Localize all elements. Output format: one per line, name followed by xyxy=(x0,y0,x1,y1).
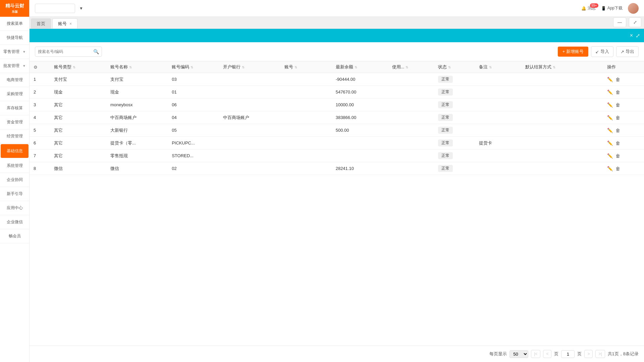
sidebar-item-retail[interactable]: 零售管理 ▼ xyxy=(0,45,29,59)
cell-note xyxy=(475,162,521,175)
cell-type: 微信 xyxy=(50,162,106,175)
th-name[interactable]: 账号名称 ⇅ xyxy=(106,61,168,73)
th-usage[interactable]: 使用... ⇅ xyxy=(388,61,434,73)
import-button[interactable]: ↙ 导入 xyxy=(591,46,613,57)
cell-status: 正常 xyxy=(434,124,475,137)
cell-code: PICKUPC... xyxy=(168,137,219,149)
cell-settlement xyxy=(521,162,603,175)
tab-home[interactable]: 首页 xyxy=(31,18,51,28)
cell-account xyxy=(280,86,332,99)
pagination-first-button[interactable]: |< xyxy=(531,350,540,358)
cell-settlement xyxy=(521,149,603,162)
sidebar-item-quicknav[interactable]: 快捷导航 xyxy=(0,31,29,45)
cell-num: 6 xyxy=(30,137,50,149)
edit-button[interactable]: ✏️ xyxy=(607,115,613,120)
edit-button[interactable]: ✏️ xyxy=(607,166,613,171)
delete-button[interactable]: 🗑 xyxy=(615,153,620,159)
content-area: × ⤢ 🔍 + 新增账号 ↙ 导入 xyxy=(30,29,644,362)
cell-balance xyxy=(332,149,388,162)
minimize-icon: — xyxy=(618,20,622,25)
sort-icon: ⇅ xyxy=(73,65,75,69)
sidebar-item-member[interactable]: 畅会员 xyxy=(0,229,29,243)
edit-button[interactable]: ✏️ xyxy=(607,89,613,95)
cell-name: 现金 xyxy=(106,86,168,99)
th-bank[interactable]: 开户银行 ⇅ xyxy=(219,61,280,73)
bell-icon: 🔔 xyxy=(581,6,586,11)
cell-num: 4 xyxy=(30,111,50,124)
gear-icon[interactable]: ⚙ xyxy=(34,65,38,70)
th-settings[interactable]: ⚙ xyxy=(30,61,50,73)
table-row: 5 其它 大新银行 05 500.00 正常 ✏️ 🗑 xyxy=(30,124,644,137)
pagination-prev-button[interactable]: < xyxy=(543,350,551,358)
minimize-page-button[interactable]: — xyxy=(613,17,626,27)
delete-button[interactable]: 🗑 xyxy=(615,89,620,95)
edit-button[interactable]: ✏️ xyxy=(607,140,613,146)
pagination-next-button[interactable]: > xyxy=(584,350,593,358)
sidebar-item-purchase[interactable]: 采购管理 xyxy=(0,87,29,101)
add-account-button[interactable]: + 新增账号 xyxy=(558,47,588,57)
sidebar-item-basic-info[interactable]: 基础信息 xyxy=(1,144,29,158)
page-label: 页 xyxy=(554,351,558,357)
edit-button[interactable]: ✏️ xyxy=(607,153,613,159)
edit-button[interactable]: ✏️ xyxy=(607,77,613,82)
toolbar: 🔍 + 新增账号 ↙ 导入 ↗ 导出 xyxy=(30,42,644,61)
tab-account[interactable]: 账号 × xyxy=(52,18,77,28)
page-input[interactable] xyxy=(561,350,575,358)
cell-usage xyxy=(388,162,434,175)
cell-account xyxy=(280,162,332,175)
sidebar-item-enterprise[interactable]: 企业协同 xyxy=(0,173,29,187)
cell-note xyxy=(475,149,521,162)
accounts-table: ⚙ 账号类型 ⇅ 账号名称 ⇅ xyxy=(30,61,644,175)
edit-button[interactable]: ✏️ xyxy=(607,102,613,108)
cell-action: ✏️ 🗑 xyxy=(603,111,644,124)
sidebar-item-ecommerce[interactable]: 电商管理 xyxy=(0,73,29,87)
search-box[interactable]: 🔍 xyxy=(35,47,102,57)
delete-button[interactable]: 🗑 xyxy=(615,166,620,171)
th-status[interactable]: 状态 ⇅ xyxy=(434,61,475,73)
delete-button[interactable]: 🗑 xyxy=(615,77,620,82)
th-note[interactable]: 备注 ⇅ xyxy=(475,61,521,73)
sort-icon: ⇅ xyxy=(242,65,245,69)
import-icon: ↙ xyxy=(595,49,599,54)
th-type[interactable]: 账号类型 ⇅ xyxy=(50,61,106,73)
sidebar-item-operations[interactable]: 经营管理 xyxy=(0,129,29,143)
cell-num: 8 xyxy=(30,162,50,175)
close-page-button[interactable]: × xyxy=(630,33,633,39)
delete-button[interactable]: 🗑 xyxy=(615,140,620,146)
expand-page-button[interactable]: ⤢ xyxy=(629,17,641,27)
sidebar-item-wholesale[interactable]: 批发管理 ▼ xyxy=(0,59,29,73)
sidebar-item-appcenter[interactable]: 应用中心 xyxy=(0,201,29,215)
cell-usage xyxy=(388,86,434,99)
cell-balance: 28241.10 xyxy=(332,162,388,175)
tab-close-icon[interactable]: × xyxy=(69,21,72,26)
app-download-button[interactable]: 📱 App下载 xyxy=(601,5,623,11)
sidebar-item-system[interactable]: 系统管理 xyxy=(0,159,29,173)
edit-button[interactable]: ✏️ xyxy=(607,128,613,133)
per-page-select[interactable]: 50 20 100 xyxy=(509,350,528,358)
avatar[interactable] xyxy=(628,3,639,14)
sidebar-item-inventory[interactable]: 库存核算 xyxy=(0,101,29,115)
delete-button[interactable]: 🗑 xyxy=(615,115,620,120)
cell-code: STORED... xyxy=(168,149,219,162)
search-input[interactable] xyxy=(38,49,93,54)
search-icon[interactable]: 🔍 xyxy=(93,49,99,54)
sidebar-item-search[interactable]: 搜索菜单 xyxy=(0,17,29,31)
th-code[interactable]: 账号编码 ⇅ xyxy=(168,61,219,73)
page-header: × ⤢ xyxy=(30,29,644,42)
sidebar-item-wechat-work[interactable]: 企业微信 xyxy=(0,215,29,229)
th-account[interactable]: 账号 ⇅ xyxy=(280,61,332,73)
fullscreen-page-button[interactable]: ⤢ xyxy=(636,33,640,39)
pagination-last-button[interactable]: >| xyxy=(595,350,605,358)
header-search-input[interactable] xyxy=(35,4,75,13)
delete-button[interactable]: 🗑 xyxy=(615,128,620,133)
cell-bank xyxy=(219,73,280,86)
th-balance[interactable]: 最新余额 ⇅ xyxy=(332,61,388,73)
table-area: 🔍 + 新增账号 ↙ 导入 ↗ 导出 xyxy=(30,42,644,362)
export-button[interactable]: ↗ 导出 xyxy=(616,46,639,57)
sidebar-item-finance[interactable]: 资金管理 xyxy=(0,115,29,129)
header-dropdown[interactable]: ▼ xyxy=(79,6,83,11)
th-settlement[interactable]: 默认结算方式 ⇅ xyxy=(521,61,603,73)
message-button[interactable]: 🔔 消息 99+ xyxy=(581,5,596,11)
sidebar-item-newguide[interactable]: 新手引导 xyxy=(0,187,29,201)
delete-button[interactable]: 🗑 xyxy=(615,102,620,108)
